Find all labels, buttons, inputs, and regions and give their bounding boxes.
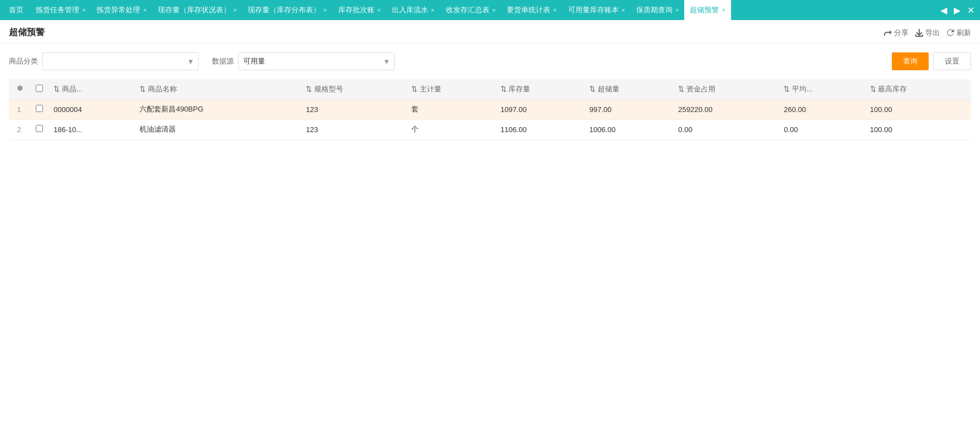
sort-icon-unit: ⇅ — [411, 85, 417, 93]
category-filter-group: 商品分类 ▼ — [9, 52, 199, 70]
share-icon — [884, 29, 892, 37]
export-icon — [915, 29, 923, 37]
sort-icon-avg: ⇅ — [784, 85, 790, 93]
nav-tab-4[interactable]: 库存批次账 × — [333, 0, 386, 20]
col-product-code[interactable]: ⇅ 商品... — [49, 79, 135, 99]
datasource-label: 数据源 — [212, 56, 234, 66]
select-all-checkbox[interactable] — [36, 85, 43, 92]
settings-button[interactable]: 设置 — [933, 52, 971, 70]
top-nav: 首页 拣货任务管理 × 拣货异常处理 × 现存量（库存状况表） × 现存量（库存… — [0, 0, 980, 20]
share-button[interactable]: 分享 — [884, 28, 909, 38]
datasource-input[interactable] — [238, 52, 395, 70]
sort-icon-stock: ⇅ — [501, 85, 507, 93]
row-checkbox-0[interactable] — [36, 105, 43, 112]
sort-icon-name: ⇅ — [140, 85, 146, 93]
col-spec[interactable]: ⇅ 规格型号 — [301, 79, 407, 99]
close-icon-7[interactable]: × — [553, 7, 556, 13]
filter-area: 商品分类 ▼ 数据源 ▼ 查询 设置 — [0, 43, 980, 75]
nav-tab-3[interactable]: 现存量（库存分布表） × — [242, 0, 332, 20]
datasource-filter-group: 数据源 ▼ — [212, 52, 395, 70]
table-container: ⇅ 商品... ⇅ 商品名称 ⇅ 规格型号 ⇅ 主计量 — [0, 79, 980, 140]
row-num-1: 2 — [9, 119, 29, 139]
row-avg-0: 260.00 — [779, 99, 865, 119]
page-title: 超储预警 — [9, 27, 45, 38]
page-container: 超储预警 分享 导出 刷新 商品 — [0, 20, 980, 446]
row-checkbox-1[interactable] — [36, 125, 43, 132]
row-capital-0: 259220.00 — [674, 99, 779, 119]
row-stock-1: 1106.00 — [496, 119, 585, 139]
row-max-stock-0: 100.00 — [866, 99, 971, 119]
gear-icon — [15, 84, 23, 92]
category-label: 商品分类 — [9, 56, 38, 66]
filter-actions: 查询 设置 — [892, 52, 971, 70]
row-product-code-1: 186-10... — [49, 119, 135, 139]
col-overflow[interactable]: ⇅ 超储量 — [585, 79, 674, 99]
row-product-name-1: 机油滤清器 — [135, 119, 301, 139]
col-checkbox-header — [29, 79, 49, 99]
row-overflow-1: 1006.00 — [585, 119, 674, 139]
close-icon-3[interactable]: × — [323, 7, 326, 13]
nav-close-all[interactable]: ✕ — [964, 0, 978, 20]
data-table: ⇅ 商品... ⇅ 商品名称 ⇅ 规格型号 ⇅ 主计量 — [9, 79, 971, 140]
col-product-name[interactable]: ⇅ 商品名称 — [135, 79, 301, 99]
sort-icon-code: ⇅ — [54, 85, 60, 93]
nav-next-arrow[interactable]: ▶ — [950, 0, 964, 20]
row-checkbox-cell-1 — [29, 119, 49, 139]
row-num-0: 1 — [9, 99, 29, 119]
category-select-wrapper: ▼ — [42, 52, 199, 70]
close-icon-8[interactable]: × — [622, 7, 625, 13]
nav-home[interactable]: 首页 — [2, 5, 30, 15]
table-row: 2 186-10... 机油滤清器 123 个 1106.00 1006.00 … — [9, 119, 971, 139]
table-row: 1 0000004 六配套新昌490BPG 123 套 1097.00 997.… — [9, 99, 971, 119]
col-capital[interactable]: ⇅ 资金占用 — [674, 79, 779, 99]
row-stock-0: 1097.00 — [496, 99, 585, 119]
nav-tab-9[interactable]: 保质期查询 × — [631, 0, 684, 20]
nav-arrows: ◀ ▶ ✕ — [937, 0, 978, 20]
row-unit-0: 套 — [407, 99, 496, 119]
close-icon-5[interactable]: × — [431, 7, 434, 13]
category-input[interactable] — [42, 52, 199, 70]
nav-tab-2[interactable]: 现存量（库存状况表） × — [152, 0, 242, 20]
sort-icon-spec: ⇅ — [306, 85, 312, 93]
row-product-code-0: 0000004 — [49, 99, 135, 119]
nav-tab-0[interactable]: 拣货任务管理 × — [30, 0, 91, 20]
close-icon-1[interactable]: × — [143, 7, 146, 13]
datasource-select-wrapper: ▼ — [238, 52, 395, 70]
row-capital-1: 0.00 — [674, 119, 779, 139]
table-body: 1 0000004 六配套新昌490BPG 123 套 1097.00 997.… — [9, 99, 971, 139]
row-overflow-0: 997.00 — [585, 99, 674, 119]
row-max-stock-1: 100.00 — [866, 119, 971, 139]
row-avg-1: 0.00 — [779, 119, 865, 139]
close-icon-10[interactable]: × — [722, 7, 725, 13]
close-icon-0[interactable]: × — [82, 7, 85, 13]
refresh-icon — [947, 29, 954, 37]
close-icon-2[interactable]: × — [233, 7, 237, 13]
query-button[interactable]: 查询 — [892, 52, 929, 70]
nav-tab-7[interactable]: 要货单统计表 × — [501, 0, 562, 20]
col-gear — [9, 79, 29, 99]
col-unit[interactable]: ⇅ 主计量 — [407, 79, 496, 99]
nav-tab-1[interactable]: 拣货异常处理 × — [91, 0, 152, 20]
row-checkbox-cell-0 — [29, 99, 49, 119]
sort-icon-overflow: ⇅ — [589, 85, 595, 93]
col-max-stock[interactable]: ⇅ 最高库存 — [866, 79, 971, 99]
col-stock[interactable]: ⇅ 库存量 — [496, 79, 585, 99]
nav-tab-6[interactable]: 收发存汇总表 × — [440, 0, 501, 20]
col-avg[interactable]: ⇅ 平均... — [779, 79, 865, 99]
nav-tab-8[interactable]: 可用量库存账本 × — [563, 0, 631, 20]
row-product-name-0: 六配套新昌490BPG — [135, 99, 301, 119]
row-spec-0: 123 — [301, 99, 407, 119]
row-unit-1: 个 — [407, 119, 496, 139]
nav-tab-10[interactable]: 超储预警 × — [684, 0, 731, 20]
table-header-row: ⇅ 商品... ⇅ 商品名称 ⇅ 规格型号 ⇅ 主计量 — [9, 79, 971, 99]
header-actions: 分享 导出 刷新 — [884, 28, 971, 38]
close-icon-4[interactable]: × — [377, 7, 381, 13]
close-icon-9[interactable]: × — [675, 7, 679, 13]
refresh-button[interactable]: 刷新 — [947, 28, 971, 38]
close-icon-6[interactable]: × — [492, 7, 496, 13]
nav-tab-5[interactable]: 出入库流水 × — [386, 0, 440, 20]
export-button[interactable]: 导出 — [915, 28, 940, 38]
sort-icon-max: ⇅ — [870, 85, 876, 93]
nav-prev-arrow[interactable]: ◀ — [937, 0, 950, 20]
sort-icon-capital: ⇅ — [678, 85, 684, 93]
